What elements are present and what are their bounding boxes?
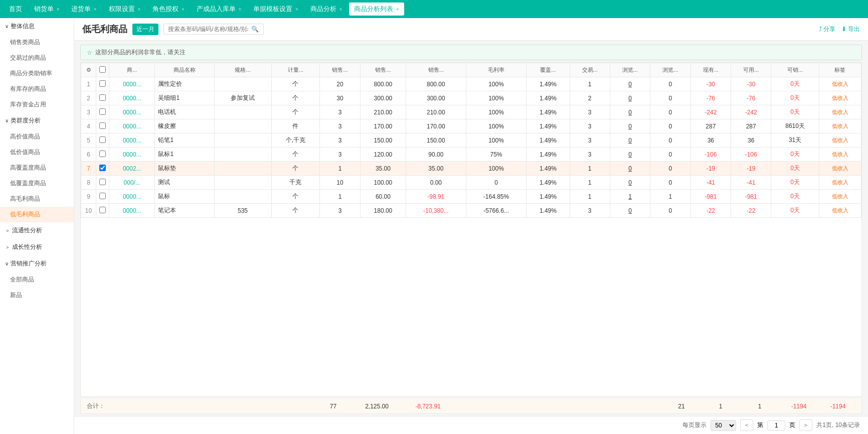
row-index-9: 10 <box>81 204 96 218</box>
page-size-label: 每页显示 <box>682 421 707 429</box>
data-table-container[interactable]: ⚙ 商... 商品名称 规格... 计量... 销售... 销售... 销售..… <box>80 62 862 397</box>
col-amount-header[interactable]: 销售... <box>360 63 406 77</box>
table-row: 1 0000... 属性定价 个 20 800.00 800.00 100% 1… <box>81 77 861 91</box>
col-code-header[interactable]: 商... <box>109 63 155 77</box>
pagination-bar: 每页显示 50 100 ＜ 第 页 ＞ 共1页, 10条记录 <box>74 416 868 434</box>
top-navigation: 首页 销货单 × 进货单 × 权限设置 × 角色授权 × 产成品入库单 × 单据… <box>0 0 868 18</box>
nav-role[interactable]: 角色授权 × <box>147 3 189 16</box>
nav-sales[interactable]: 销货单 × <box>29 3 64 16</box>
nav-product-analysis-close[interactable]: × <box>339 7 342 12</box>
sidebar-item-low-profit[interactable]: 低毛利商品 <box>0 207 74 222</box>
row-checkbox-7[interactable] <box>96 176 109 190</box>
row-current-0: -30 <box>690 77 731 91</box>
col-name-header[interactable]: 商品名称 <box>155 63 214 77</box>
sidebar-group-cluster-label: 类群度分析 <box>11 116 41 125</box>
row-checkbox-1[interactable] <box>96 91 109 105</box>
row-checkbox-3[interactable] <box>96 119 109 133</box>
page-number-input[interactable] <box>767 420 785 430</box>
nav-home[interactable]: 首页 <box>4 3 27 16</box>
page-size-select[interactable]: 50 100 <box>711 420 736 431</box>
col-settings[interactable]: ⚙ <box>81 63 96 77</box>
col-browse1-header[interactable]: 浏览... <box>610 63 650 77</box>
sidebar-item-new-goods[interactable]: 新品 <box>0 287 74 303</box>
row-code-6: 0002... <box>109 162 155 176</box>
row-qty-1: 30 <box>320 91 360 105</box>
row-code-8: 0000... <box>109 190 155 204</box>
period-button[interactable]: 近一月 <box>132 24 158 35</box>
nav-permission[interactable]: 权限设置 × <box>104 3 145 16</box>
col-checkbox-header[interactable] <box>96 63 109 77</box>
col-sale-header[interactable]: 销售... <box>406 63 466 77</box>
sidebar-group-overall[interactable]: ∨ 整体信息 <box>0 18 74 35</box>
nav-role-close[interactable]: × <box>182 7 185 12</box>
nav-permission-close[interactable]: × <box>138 7 141 12</box>
col-browse2-header[interactable]: 浏览... <box>650 63 690 77</box>
row-sale-9: -10,380... <box>406 204 466 218</box>
nav-purchase-close[interactable]: × <box>94 7 97 12</box>
row-amount-3: 170.00 <box>360 119 406 133</box>
sidebar-item-category-rate[interactable]: 商品分类助销率 <box>0 66 74 81</box>
sidebar-item-low-coverage[interactable]: 低覆盖度商品 <box>0 176 74 191</box>
col-saleable-header[interactable]: 可销... <box>771 63 819 77</box>
nav-purchase[interactable]: 进货单 × <box>66 3 101 16</box>
col-coverage-header[interactable]: 覆盖... <box>527 63 570 77</box>
sidebar-group-growth[interactable]: ＞ 成长性分析 <box>0 239 74 255</box>
sidebar-item-high-coverage[interactable]: 高覆盖度商品 <box>0 160 74 176</box>
row-checkbox-8[interactable] <box>96 190 109 204</box>
sidebar-item-high-value[interactable]: 高价值商品 <box>0 129 74 144</box>
row-checkbox-4[interactable] <box>96 133 109 148</box>
row-checkbox-6[interactable] <box>96 162 109 176</box>
col-current-header[interactable]: 现有... <box>690 63 731 77</box>
col-spec-header[interactable]: 规格... <box>214 63 271 77</box>
sidebar-group-cluster[interactable]: ∨ 类群度分析 <box>0 112 74 129</box>
col-available-header[interactable]: 可用... <box>731 63 771 77</box>
sidebar-item-low-value[interactable]: 低价值商品 <box>0 144 74 160</box>
nav-template[interactable]: 单据模板设置 × <box>248 3 303 16</box>
next-page-button[interactable]: ＞ <box>799 419 812 431</box>
sidebar-item-inventory-capital[interactable]: 库存资金占用 <box>0 97 74 112</box>
row-spec-4 <box>214 133 271 148</box>
row-saleable-4: 31天 <box>771 133 819 148</box>
row-checkbox-2[interactable] <box>96 105 109 119</box>
nav-product-analysis-list[interactable]: 商品分析列表 × <box>349 3 404 16</box>
row-browse2-7: 0 <box>650 176 690 190</box>
sidebar-item-high-profit[interactable]: 高毛利商品 <box>0 191 74 207</box>
nav-product-analysis-list-close[interactable]: × <box>396 7 399 12</box>
sidebar-group-marketing[interactable]: ∨ 营销推广分析 <box>0 255 74 272</box>
row-checkbox-5[interactable] <box>96 148 109 162</box>
col-tag-header[interactable]: 标签 <box>819 63 861 77</box>
col-trade-header[interactable]: 交易... <box>570 63 610 77</box>
row-name-9: 笔记本 <box>155 204 214 218</box>
row-index-1: 2 <box>81 91 96 105</box>
col-qty-header[interactable]: 销售... <box>320 63 360 77</box>
col-gross-header[interactable]: 毛利率 <box>466 63 527 77</box>
row-tag-3: 低收入 <box>819 119 861 133</box>
row-unit-3: 件 <box>271 119 320 133</box>
nav-product-analysis[interactable]: 商品分析 × <box>305 3 347 16</box>
col-unit-header[interactable]: 计量... <box>271 63 320 77</box>
sidebar-item-traded-goods[interactable]: 交易过的商品 <box>0 50 74 66</box>
nav-product-entry[interactable]: 产成品入库单 × <box>192 3 246 16</box>
row-browse1-9: 0 <box>610 204 650 218</box>
row-checkbox-0[interactable] <box>96 77 109 91</box>
export-button[interactable]: ⬇ 导出 <box>841 25 860 34</box>
row-checkbox-9[interactable] <box>96 204 109 218</box>
share-button[interactable]: ⤴ 分享 <box>819 25 835 34</box>
sidebar-item-inventory-goods[interactable]: 有库存的商品 <box>0 81 74 97</box>
sidebar-item-sales-goods[interactable]: 销售类商品 <box>0 35 74 50</box>
sidebar-group-circulation[interactable]: ＞ 流通性分析 <box>0 222 74 239</box>
footer-sale: -8,723.91 <box>403 403 453 410</box>
select-all-checkbox[interactable] <box>99 66 106 73</box>
row-amount-1: 300.00 <box>360 91 406 105</box>
row-gross-5: 75% <box>466 148 527 162</box>
nav-product-entry-close[interactable]: × <box>239 7 242 12</box>
row-saleable-2: 0天 <box>771 105 819 119</box>
nav-template-close[interactable]: × <box>295 7 298 12</box>
footer-available: -1194 <box>820 403 855 410</box>
page-header: 低毛利商品 近一月 🔍 ⤴ 分享 ⬇ 导出 <box>74 18 868 41</box>
row-unit-2: 个 <box>271 105 320 119</box>
nav-sales-close[interactable]: × <box>57 7 60 12</box>
prev-page-button[interactable]: ＜ <box>740 419 753 431</box>
search-input[interactable] <box>168 26 248 33</box>
sidebar-item-all-goods[interactable]: 全部商品 <box>0 272 74 287</box>
